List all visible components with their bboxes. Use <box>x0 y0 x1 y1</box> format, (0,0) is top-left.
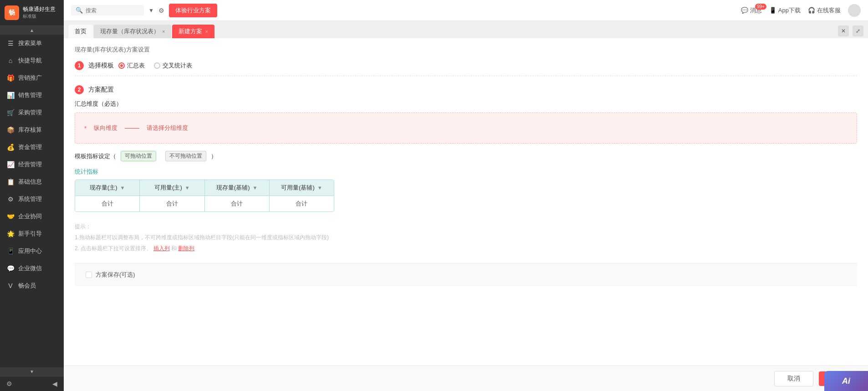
section2-num: 2 <box>75 85 84 94</box>
sidebar-item-basic-info[interactable]: 📋 基础信息 <box>0 173 64 190</box>
template-radio-group: 汇总表 交叉统计表 <box>118 62 192 70</box>
sidebar-item-weixin[interactable]: 💬 企业微信 <box>0 260 64 277</box>
sidebar-item-label: 新手引导 <box>18 230 42 238</box>
section-template: 1 选择模板 汇总表 交叉统计表 <box>75 61 857 76</box>
sidebar: 畅 畅康通好生意 标准版 ▲ ☰ 搜索菜单 ⌂ 快捷导航 🎁 营销推广 📊 销售… <box>0 0 64 391</box>
stats-cell-1: 合计 <box>140 196 204 211</box>
tab-inventory-status[interactable]: 现存量（库存状况表） × <box>94 25 171 38</box>
sidebar-item-vip[interactable]: V 畅会员 <box>0 277 64 294</box>
stats-col-0[interactable]: 现存量(主) ▼ <box>75 180 140 196</box>
tabs-bar: 首页 现存量（库存状况表） × 新建方案 × ✕ ⤢ <box>64 21 868 38</box>
window-expand-icon[interactable]: ⤢ <box>853 26 863 36</box>
sidebar-nav: ☰ 搜索菜单 ⌂ 快捷导航 🎁 营销推广 📊 销售管理 🛒 采购管理 📦 库存核… <box>0 35 64 367</box>
sidebar-item-label: 搜索菜单 <box>18 39 42 47</box>
vip-icon: V <box>6 282 15 290</box>
sidebar-item-search-menu[interactable]: ☰ 搜索菜单 <box>0 35 64 52</box>
search-box[interactable]: 🔍 <box>71 5 144 15</box>
sidebar-item-label: 快捷导航 <box>18 57 42 65</box>
tips-section: 提示： 1.拖动标题栏可以调整布局，不可跨维度或指标区域拖动栏目字段(只能在同一… <box>75 221 857 254</box>
tip2-link1[interactable]: 插入列 <box>153 245 170 252</box>
stats-col-0-dropdown-icon[interactable]: ▼ <box>120 185 125 190</box>
settings-icon[interactable]: ⚙ <box>6 380 12 387</box>
tab-new-scheme-close-icon[interactable]: × <box>205 29 208 34</box>
app-name: 畅康通好生意 <box>23 6 56 13</box>
search-input[interactable] <box>86 7 139 14</box>
tab-inventory-close-icon[interactable]: × <box>162 29 165 34</box>
radio-cross-label: 交叉统计表 <box>163 62 192 70</box>
sidebar-item-system[interactable]: ⚙ 系统管理 <box>0 190 64 208</box>
radio-summary[interactable]: 汇总表 <box>118 62 145 70</box>
section1-title: 选择模板 <box>88 62 114 70</box>
sidebar-item-app-center[interactable]: 📱 应用中心 <box>0 242 64 260</box>
online-service-label: 在线客服 <box>817 6 841 15</box>
handshake-icon: 🤝 <box>6 212 15 221</box>
stats-col-1[interactable]: 可用量(主) ▼ <box>140 180 204 196</box>
dim-vertical-label: 纵向维度 <box>94 124 117 132</box>
stats-section-label: 统计指标 <box>75 168 857 176</box>
sidebar-scroll-down[interactable]: ▼ <box>0 367 64 376</box>
stats-cell-3: 合计 <box>270 196 334 211</box>
sidebar-item-inventory[interactable]: 📦 库存核算 <box>0 121 64 139</box>
app-download-item[interactable]: 📱 App下载 <box>769 6 801 15</box>
tab-home[interactable]: 首页 <box>68 25 93 38</box>
radio-cross[interactable]: 交叉统计表 <box>154 62 192 70</box>
tip2-prefix: 2. 点击标题栏下拉可设置排序、 <box>75 245 152 252</box>
tips-prefix: 提示： <box>75 223 91 230</box>
tab-new-scheme[interactable]: 新建方案 × <box>172 25 214 38</box>
dim-box[interactable]: * 纵向维度 —— 请选择分组维度 <box>75 113 857 144</box>
section2-header: 2 方案配置 <box>75 85 857 94</box>
movable-chip: 可拖动位置 <box>121 151 156 161</box>
stats-col-1-dropdown-icon[interactable]: ▼ <box>185 185 190 190</box>
sidebar-item-purchase[interactable]: 🛒 采购管理 <box>0 104 64 121</box>
save-option-area: 方案保存(可选) <box>75 263 857 286</box>
fixed-chip: 不可拖动位置 <box>165 151 206 161</box>
sidebar-item-label: 基础信息 <box>18 178 42 186</box>
stats-col-2[interactable]: 现存量(基辅) ▼ <box>205 180 270 196</box>
save-option: 方案保存(可选) <box>86 271 846 279</box>
box-icon: 📦 <box>6 126 15 134</box>
stats-col-3[interactable]: 可用量(基辅) ▼ <box>270 180 334 196</box>
tip2-link2[interactable]: 删除列 <box>178 245 194 252</box>
sidebar-footer: ⚙ ◀ <box>0 376 64 391</box>
ai-float-button[interactable]: Ai <box>824 371 868 391</box>
topbar-gear-icon[interactable]: ⚙ <box>158 7 164 14</box>
logo-icon: 畅 <box>5 5 19 20</box>
stats-cell-0: 合计 <box>75 196 140 211</box>
indicator-setting-label: 模板指标设定（ <box>75 152 116 160</box>
online-service-item[interactable]: 🎧 在线客服 <box>808 6 841 15</box>
sidebar-item-cooperation[interactable]: 🤝 企业协同 <box>0 208 64 225</box>
window-close-icon[interactable]: ✕ <box>838 26 849 36</box>
radio-cross-circle <box>154 62 160 69</box>
stats-col-1-label: 可用量(主) <box>154 184 182 192</box>
dim-box-inner: * 纵向维度 —— 请选择分组维度 <box>84 124 848 132</box>
sidebar-item-label: 畅会员 <box>18 282 36 290</box>
section1-num: 1 <box>75 61 84 70</box>
sidebar-item-finance[interactable]: 💰 资金管理 <box>0 139 64 156</box>
topbar-right: 💬 消息 99+ 📱 App下载 🎧 在线客服 <box>741 4 861 17</box>
doc-icon: 📋 <box>6 178 15 186</box>
save-checkbox[interactable] <box>86 272 92 278</box>
stats-col-3-dropdown-icon[interactable]: ▼ <box>317 185 322 190</box>
stats-col-2-dropdown-icon[interactable]: ▼ <box>253 185 258 190</box>
sidebar-item-sales[interactable]: 📊 销售管理 <box>0 87 64 104</box>
tab-new-scheme-label: 新建方案 <box>179 27 202 36</box>
tip2: 2. 点击标题栏下拉可设置排序、 插入列 和 删除列 <box>75 243 857 254</box>
stats-col-0-label: 现存量(主) <box>90 184 117 192</box>
star-icon: 🌟 <box>6 230 15 238</box>
sidebar-item-operation[interactable]: 📈 经营管理 <box>0 156 64 173</box>
collapse-icon[interactable]: ◀ <box>52 380 57 387</box>
sidebar-scroll-up[interactable]: ▲ <box>0 26 64 35</box>
trial-button[interactable]: 体验行业方案 <box>169 4 217 17</box>
app-logo: 畅 畅康通好生意 标准版 <box>0 0 64 26</box>
tabs-right-controls: ✕ ⤢ <box>838 26 863 38</box>
cancel-button[interactable]: 取消 <box>774 371 813 386</box>
sidebar-item-marketing[interactable]: 🎁 营销推广 <box>0 69 64 87</box>
message-item[interactable]: 💬 消息 99+ <box>741 6 762 15</box>
indicator-setting: 模板指标设定（ 可拖动位置 不可拖动位置 ） <box>75 151 857 161</box>
sidebar-item-label: 销售管理 <box>18 91 42 99</box>
user-avatar[interactable] <box>848 4 861 17</box>
sidebar-item-quick-nav[interactable]: ⌂ 快捷导航 <box>0 52 64 69</box>
dropdown-icon[interactable]: ▼ <box>148 7 154 14</box>
sidebar-item-guide[interactable]: 🌟 新手引导 <box>0 225 64 242</box>
tip1: 1.拖动标题栏可以调整布局，不可跨维度或指标区域拖动栏目字段(只能在同一维度或指… <box>75 232 857 243</box>
